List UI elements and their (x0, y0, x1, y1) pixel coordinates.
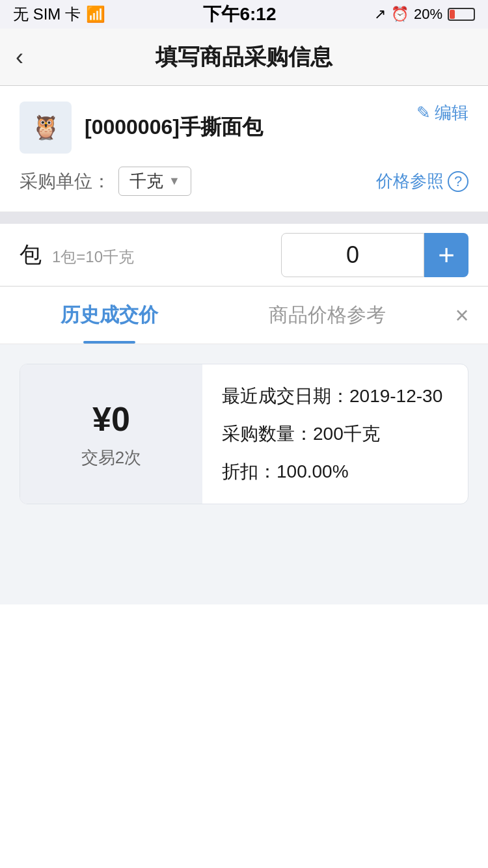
history-trades-count: 交易2次 (81, 446, 141, 469)
history-discount-label: 折扣： (222, 461, 277, 481)
history-recent-date-label: 最近成交日期： (222, 386, 349, 406)
battery-indicator (448, 8, 475, 21)
tab-active-indicator (83, 341, 135, 344)
dropdown-arrow-icon: ▼ (169, 174, 180, 188)
tab-content-area: ¥0 交易2次 最近成交日期：2019-12-30 采购数量：200千克 折扣：… (0, 344, 488, 604)
back-button[interactable]: ‹ (16, 44, 23, 71)
quantity-input[interactable] (281, 233, 424, 277)
history-discount-row: 折扣：100.00% (222, 458, 448, 485)
bottom-area (0, 604, 488, 868)
product-icon: 🦉 (20, 102, 72, 154)
status-time: 下午6:12 (203, 2, 276, 27)
battery-percent: 20% (414, 6, 442, 23)
section-divider (0, 212, 488, 224)
product-card: 🦉 [0000006]手撕面包 ✎ 编辑 采购单位： 千克 ▼ 价格参照 ? (0, 86, 488, 212)
quantity-row: 包 1包=10千克 + (0, 224, 488, 286)
tabs-header: 历史成交价 商品价格参考 × (0, 287, 488, 344)
tab-product-price-ref-label: 商品价格参考 (269, 302, 386, 329)
price-ref-label: 价格参照 (376, 170, 444, 193)
status-bar: 无 SIM 卡 📶 下午6:12 ↗ ⏰ 20% (0, 0, 488, 29)
history-details-area: 最近成交日期：2019-12-30 采购数量：200千克 折扣：100.00% (202, 364, 468, 504)
quantity-plus-button[interactable]: + (424, 233, 468, 277)
history-card: ¥0 交易2次 最近成交日期：2019-12-30 采购数量：200千克 折扣：… (20, 364, 468, 504)
page-title: 填写商品采购信息 (156, 42, 332, 72)
product-unit-row: 采购单位： 千克 ▼ 价格参照 ? (20, 167, 468, 196)
product-header: 🦉 [0000006]手撕面包 ✎ 编辑 (20, 102, 468, 154)
tabs-panel: 历史成交价 商品价格参考 × ¥0 交易2次 最近成交日期：2019-12-30… (0, 286, 488, 604)
status-left: 无 SIM 卡 📶 (13, 4, 105, 25)
history-purchase-qty-row: 采购数量：200千克 (222, 420, 448, 448)
nav-bar: ‹ 填写商品采购信息 (0, 29, 488, 86)
quantity-hint: 1包=10千克 (52, 247, 134, 267)
history-price-value: ¥0 (92, 400, 130, 439)
history-purchase-qty-value: 200千克 (313, 424, 380, 444)
product-name: [0000006]手撕面包 (85, 114, 263, 141)
help-icon: ? (448, 171, 468, 192)
wifi-icon: 📶 (86, 5, 105, 23)
edit-button[interactable]: ✎ 编辑 (416, 102, 468, 124)
quantity-label-area: 包 1包=10千克 (20, 240, 134, 270)
edit-icon: ✎ (416, 103, 431, 123)
quantity-controls: + (281, 233, 468, 277)
history-purchase-qty-label: 采购数量： (222, 424, 313, 444)
alarm-icon: ⏰ (391, 6, 409, 23)
tab-history-price-label: 历史成交价 (61, 302, 158, 329)
brand-logo-icon: 🦉 (31, 114, 61, 141)
price-reference-button[interactable]: 价格参照 ? (376, 170, 468, 193)
history-price-area: ¥0 交易2次 (20, 364, 202, 504)
unit-label: 采购单位： (20, 169, 111, 194)
history-discount-value: 100.00% (277, 461, 349, 481)
status-right: ↗ ⏰ 20% (374, 6, 475, 23)
unit-selector[interactable]: 千克 ▼ (118, 167, 191, 196)
history-recent-date-row: 最近成交日期：2019-12-30 (222, 383, 448, 410)
history-recent-date-value: 2019-12-30 (349, 386, 442, 406)
product-left: 🦉 [0000006]手撕面包 (20, 102, 263, 154)
close-panel-button[interactable]: × (436, 287, 488, 344)
sim-status: 无 SIM 卡 (13, 4, 81, 25)
quantity-unit: 包 (20, 240, 42, 270)
unit-value: 千克 (129, 170, 163, 193)
tab-history-price[interactable]: 历史成交价 (0, 287, 218, 344)
tab-product-price-ref[interactable]: 商品价格参考 (218, 287, 436, 344)
location-icon: ↗ (374, 6, 386, 23)
